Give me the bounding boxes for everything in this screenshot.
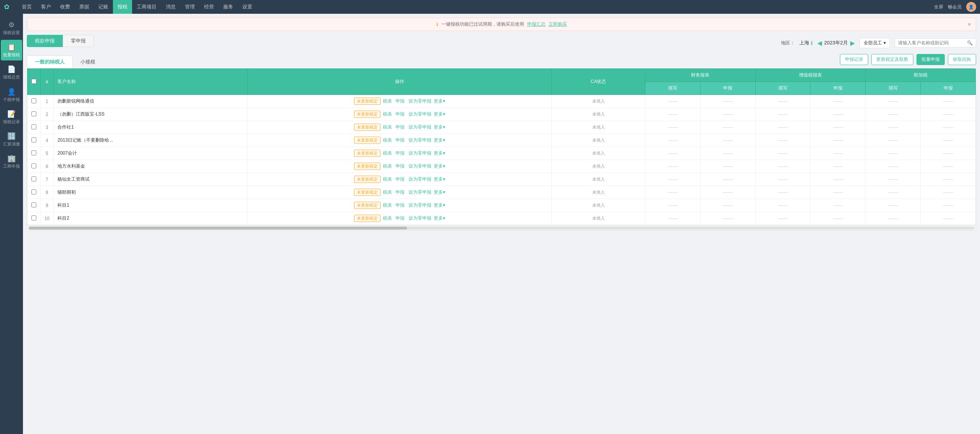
row-checkbox[interactable]: [31, 163, 36, 168]
op-apply[interactable]: 申报: [395, 202, 405, 208]
op-tax-table[interactable]: 税表: [383, 124, 392, 130]
op-more[interactable]: 更多▾: [434, 98, 445, 104]
horizontal-scrollbar[interactable]: [27, 225, 976, 230]
op-more[interactable]: 更多▾: [434, 124, 445, 130]
nav-settings[interactable]: 设置: [238, 0, 257, 14]
op-apply[interactable]: 申报: [395, 189, 405, 195]
row-tax-fill: ——: [755, 108, 810, 121]
recover-button[interactable]: 收取回执: [948, 54, 976, 65]
op-more[interactable]: 更多▾: [434, 137, 445, 143]
op-zero-apply[interactable]: 设为零申报: [408, 150, 431, 156]
row-checkbox[interactable]: [31, 98, 36, 103]
sub-tab-small-scale[interactable]: 小规模: [73, 56, 103, 68]
nav-service[interactable]: 服务: [219, 0, 238, 14]
op-apply[interactable]: 申报: [395, 111, 405, 117]
row-checkbox[interactable]: [31, 215, 36, 220]
row-checkbox[interactable]: [31, 124, 36, 129]
client-name-text: 合作社1: [57, 124, 74, 130]
op-zero-apply[interactable]: 设为零申报: [408, 215, 431, 221]
tab-zero-declaration[interactable]: 零申报: [63, 35, 94, 47]
op-tax-table[interactable]: 税表: [383, 202, 392, 208]
op-more[interactable]: 更多▾: [434, 176, 445, 182]
banner-close-button[interactable]: ✕: [967, 22, 971, 27]
sidebar-item-personal-tax[interactable]: 👤 个税申报: [1, 85, 22, 105]
op-tax-table[interactable]: 税表: [383, 150, 392, 156]
sidebar-item-batch-tax[interactable]: 📋 批量报税: [1, 40, 22, 60]
op-more[interactable]: 更多▾: [434, 202, 445, 208]
row-checkbox[interactable]: [31, 111, 36, 116]
op-zero-apply[interactable]: 设为零申报: [408, 202, 431, 208]
row-add-fill: ——: [866, 212, 921, 225]
date-prev-button[interactable]: ◀: [817, 39, 822, 47]
scrollbar-thumb[interactable]: [29, 227, 407, 230]
row-checkbox[interactable]: [31, 176, 36, 181]
nav-tax[interactable]: 报税: [113, 0, 132, 14]
tab-tax-declaration[interactable]: 税款申报: [27, 35, 63, 47]
op-apply[interactable]: 申报: [395, 163, 405, 169]
batch-apply-button[interactable]: 批量申报: [916, 54, 945, 65]
sidebar-item-tax-settings[interactable]: ⚙ 报税设置: [1, 18, 22, 38]
op-tax-table[interactable]: 税表: [383, 189, 392, 195]
employee-filter[interactable]: 全部员工 ▾: [859, 38, 890, 48]
sidebar-item-tax-records[interactable]: 📝 报税记录: [1, 107, 22, 127]
main-content: ℹ 一键报税功能已过试用期，请购买后使用 申报汇总 立即购买 ✕ 税款申报 零申…: [23, 14, 980, 434]
op-zero-apply[interactable]: 设为零申报: [408, 137, 431, 143]
row-checkbox[interactable]: [31, 137, 36, 142]
op-zero-apply[interactable]: 设为零申报: [408, 111, 431, 117]
select-all-checkbox[interactable]: [31, 79, 36, 84]
op-apply[interactable]: 申报: [395, 124, 405, 130]
nav-operations[interactable]: 经营: [199, 0, 219, 14]
region-info-icon[interactable]: ℹ: [811, 40, 813, 46]
op-apply[interactable]: 申报: [395, 98, 405, 104]
op-tax-table[interactable]: 税表: [383, 163, 392, 169]
sidebar-item-tax-overview[interactable]: 📄 报税总览: [1, 62, 22, 83]
op-more[interactable]: 更多▾: [434, 150, 445, 156]
op-apply[interactable]: 申报: [395, 215, 405, 221]
op-zero-apply[interactable]: 设为零申报: [408, 163, 431, 169]
nav-business[interactable]: 工商项目: [132, 0, 161, 14]
op-tax-table[interactable]: 税表: [383, 176, 392, 182]
status-badge: 未更新税定: [354, 202, 381, 209]
sidebar-item-annual-settlement[interactable]: 🔢 汇算清缴: [1, 129, 22, 150]
avatar[interactable]: 👤: [966, 2, 976, 12]
op-zero-apply[interactable]: 设为零申报: [408, 98, 431, 104]
update-tax-button[interactable]: 更新税定及取数: [871, 54, 913, 65]
apply-records-button[interactable]: 申报记录: [840, 54, 868, 65]
nav-home[interactable]: 首页: [17, 0, 36, 14]
nav-customer[interactable]: 客户: [36, 0, 56, 14]
op-tax-table[interactable]: 税表: [383, 98, 392, 104]
op-tax-table[interactable]: 税表: [383, 111, 392, 117]
op-apply[interactable]: 申报: [395, 150, 405, 156]
nav-invoice[interactable]: 票据: [75, 0, 94, 14]
row-checkbox[interactable]: [31, 189, 36, 194]
fullscreen-button[interactable]: 全屏: [934, 4, 943, 10]
op-apply[interactable]: 申报: [395, 176, 405, 182]
op-zero-apply[interactable]: 设为零申报: [408, 124, 431, 130]
search-input[interactable]: [898, 40, 967, 46]
sidebar-item-annual-report[interactable]: 🏢 工商年报: [1, 151, 22, 172]
member-button[interactable]: 畅会员: [948, 4, 962, 10]
row-client-name: 合作社1: [54, 121, 248, 134]
nav-management[interactable]: 管理: [180, 0, 199, 14]
op-zero-apply[interactable]: 设为零申报: [408, 176, 431, 182]
banner-link-buy[interactable]: 立即购买: [549, 21, 567, 28]
nav-bookkeeping[interactable]: 记账: [94, 0, 113, 14]
op-apply[interactable]: 申报: [395, 137, 405, 143]
op-more[interactable]: 更多▾: [434, 163, 445, 169]
op-more[interactable]: 更多▾: [434, 215, 445, 221]
op-zero-apply[interactable]: 设为零申报: [408, 189, 431, 195]
nav-message[interactable]: 消息: [161, 0, 180, 14]
date-next-button[interactable]: ▶: [850, 39, 855, 47]
banner-link-summary[interactable]: 申报汇总: [527, 21, 546, 28]
search-icon[interactable]: 🔍: [967, 40, 973, 46]
op-tax-table[interactable]: 税表: [383, 215, 392, 221]
row-operations: 未更新税定 税表 申报 设为零申报 更多▾: [248, 212, 552, 225]
client-name-text: （勿删）江西版宝-LSS: [57, 111, 105, 117]
row-checkbox[interactable]: [31, 150, 36, 155]
sub-tab-general[interactable]: 一般的纳税人: [27, 55, 73, 68]
nav-billing[interactable]: 收费: [56, 0, 75, 14]
op-more[interactable]: 更多▾: [434, 111, 445, 117]
op-tax-table[interactable]: 税表: [383, 137, 392, 143]
row-checkbox[interactable]: [31, 202, 36, 207]
op-more[interactable]: 更多▾: [434, 189, 445, 195]
